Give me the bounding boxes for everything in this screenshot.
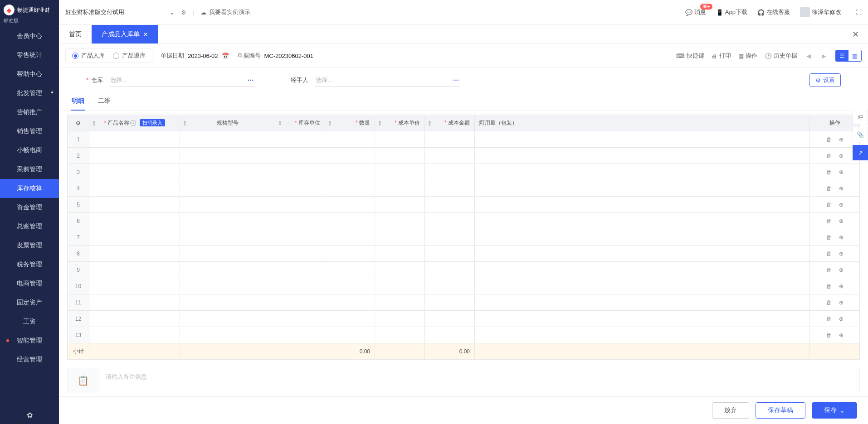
row-delete-icon[interactable]: 🗑 <box>826 251 832 257</box>
user-menu[interactable]: 徐泽华修改 <box>800 7 841 17</box>
cell-spec[interactable] <box>180 164 275 180</box>
cell-qty[interactable] <box>325 311 375 327</box>
cell-spec[interactable] <box>180 213 275 229</box>
cell-unit[interactable] <box>275 148 325 164</box>
table-row[interactable]: 5🗑⊕ <box>68 197 860 213</box>
cell-amount[interactable] <box>425 246 475 262</box>
cell-qty[interactable] <box>325 213 375 229</box>
cell-amount[interactable] <box>425 180 475 197</box>
row-add-icon[interactable]: ⊕ <box>839 299 844 306</box>
sidebar-settings-icon[interactable]: ✿ <box>0 406 59 424</box>
cell-unit[interactable] <box>275 180 325 197</box>
rail-attach-icon[interactable]: 📎 <box>853 127 868 142</box>
cell-avail[interactable] <box>475 311 810 327</box>
cell-price[interactable] <box>375 327 425 343</box>
sidebar-item-5[interactable]: 销售管理 <box>0 122 59 141</box>
row-add-icon[interactable]: ⊕ <box>839 251 844 257</box>
date-value[interactable]: 2023-06-02 <box>188 53 218 59</box>
cell-amount[interactable] <box>425 327 475 343</box>
form-settings-button[interactable]: ⚙ 设置 <box>809 73 841 87</box>
row-delete-icon[interactable]: 🗑 <box>826 332 832 338</box>
cell-unit[interactable] <box>275 131 325 148</box>
cell-price[interactable] <box>375 131 425 148</box>
tab-home[interactable]: 首页 <box>59 25 92 43</box>
gear-icon[interactable]: ⚙ <box>181 9 186 16</box>
cell-avail[interactable] <box>475 294 810 311</box>
sidebar-item-7[interactable]: 采购管理 <box>0 160 59 179</box>
cell-spec[interactable] <box>180 311 275 327</box>
cell-name[interactable] <box>89 131 180 148</box>
cell-qty[interactable] <box>325 327 375 343</box>
cell-avail[interactable] <box>475 278 810 294</box>
th-qty[interactable]: ▲▼* 数量 <box>325 115 375 131</box>
sidebar-item-2[interactable]: 帮助中心 <box>0 65 59 84</box>
rail-stamp-icon[interactable]: 🏷 <box>853 109 868 124</box>
row-add-icon[interactable]: ⊕ <box>839 169 844 175</box>
cell-unit[interactable] <box>275 197 325 213</box>
cell-amount[interactable] <box>425 148 475 164</box>
row-delete-icon[interactable]: 🗑 <box>826 136 832 143</box>
cell-avail[interactable] <box>475 148 810 164</box>
cell-name[interactable] <box>89 229 180 246</box>
cell-price[interactable] <box>375 197 425 213</box>
sidebar-item-11[interactable]: 发票管理 <box>0 236 59 255</box>
row-add-icon[interactable]: ⊕ <box>839 202 844 208</box>
sidebar-item-0[interactable]: 会员中心 <box>0 27 59 46</box>
cell-unit[interactable] <box>275 311 325 327</box>
th-avail[interactable]: ▲▼可用量（包装） <box>475 115 810 131</box>
cell-amount[interactable] <box>425 213 475 229</box>
sidebar-item-6[interactable]: 小畅电商 <box>0 141 59 160</box>
messages-button[interactable]: 💬 消息 99+ <box>685 8 706 16</box>
table-row[interactable]: 7🗑⊕ <box>68 229 860 246</box>
cell-price[interactable] <box>375 148 425 164</box>
cell-spec[interactable] <box>180 197 275 213</box>
view-list-icon[interactable]: ☰ <box>836 50 848 61</box>
table-row[interactable]: 3🗑⊕ <box>68 164 860 180</box>
save-button[interactable]: 保存 ⌄ <box>812 402 857 419</box>
cell-unit[interactable] <box>275 229 325 246</box>
service-button[interactable]: 🎧 在线客服 <box>757 8 790 16</box>
cell-price[interactable] <box>375 213 425 229</box>
cell-amount[interactable] <box>425 311 475 327</box>
sidebar-item-4[interactable]: 营销推广 <box>0 103 59 122</box>
cell-unit[interactable] <box>275 213 325 229</box>
cell-price[interactable] <box>375 229 425 246</box>
app-download-button[interactable]: 📱 App下载 <box>716 8 747 16</box>
row-delete-icon[interactable]: 🗑 <box>826 202 832 208</box>
cell-unit[interactable] <box>275 246 325 262</box>
cell-unit[interactable] <box>275 327 325 343</box>
row-delete-icon[interactable]: 🗑 <box>826 267 832 273</box>
sidebar-item-15[interactable]: 工资 <box>0 312 59 331</box>
cell-name[interactable] <box>89 148 180 164</box>
handler-select[interactable]: 选择... ⋯ <box>315 74 460 87</box>
cell-amount[interactable] <box>425 197 475 213</box>
table-row[interactable]: 11🗑⊕ <box>68 294 860 311</box>
cell-amount[interactable] <box>425 229 475 246</box>
row-delete-icon[interactable]: 🗑 <box>826 316 832 322</box>
warehouse-select[interactable]: 选择... ⋯ <box>109 74 254 87</box>
th-price[interactable]: ▲▼* 成本单价 <box>375 115 425 131</box>
cell-amount[interactable] <box>425 164 475 180</box>
th-spec[interactable]: ▲▼规格型号 <box>180 115 275 131</box>
sidebar-item-16[interactable]: 智能管理 <box>0 331 59 350</box>
cell-spec[interactable] <box>180 180 275 197</box>
cell-avail[interactable] <box>475 262 810 278</box>
tabs-close-all-icon[interactable]: ✕ <box>848 27 863 42</box>
fullscreen-icon[interactable]: ⛶ <box>856 9 862 16</box>
row-add-icon[interactable]: ⊕ <box>839 283 844 289</box>
cell-avail[interactable] <box>475 180 810 197</box>
tab-close-icon[interactable]: ✕ <box>143 31 148 38</box>
operate-button[interactable]: ▦ 操作 <box>738 52 757 60</box>
cell-qty[interactable] <box>325 294 375 311</box>
radio-product-out[interactable]: 产品退库 <box>113 52 146 60</box>
cell-name[interactable] <box>89 294 180 311</box>
cell-qty[interactable] <box>325 131 375 148</box>
cell-spec[interactable] <box>180 148 275 164</box>
table-row[interactable]: 6🗑⊕ <box>68 213 860 229</box>
sidebar-item-10[interactable]: 总账管理 <box>0 217 59 236</box>
help-icon[interactable]: ? <box>130 120 136 126</box>
row-delete-icon[interactable]: 🗑 <box>826 185 832 192</box>
th-name[interactable]: ▲▼* 产品名称? 扫码录入 <box>89 115 180 131</box>
print-button[interactable]: 🖨 打印 <box>712 52 731 60</box>
cell-spec[interactable] <box>180 294 275 311</box>
